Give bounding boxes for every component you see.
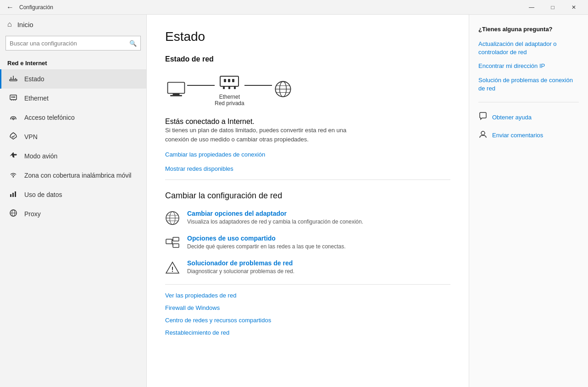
close-button[interactable]: ✕ <box>563 0 584 15</box>
sidebar-item-estado[interactable]: Estado <box>0 69 146 89</box>
link-centro-redes[interactable]: Centro de redes y recursos compartidos <box>165 317 450 324</box>
ethernet-box-icon <box>218 73 240 91</box>
connected-title: Estás conectado a Internet. <box>165 118 450 126</box>
sidebar-search-box[interactable]: 🔍 <box>6 36 141 50</box>
link-redes[interactable]: Mostrar redes disponibles <box>165 165 450 172</box>
separator1 <box>165 179 450 180</box>
link-propiedades[interactable]: Cambiar las propiedades de conexión <box>165 151 450 158</box>
adaptador-text: Cambiar opciones del adaptador Visualiza… <box>187 210 363 225</box>
solucionador-desc: Diagnosticar y solucionar problemas de r… <box>187 268 294 275</box>
sidebar-item-label-acceso: Acceso telefónico <box>24 114 75 121</box>
line2 <box>244 85 272 86</box>
solucionador-text: Solucionador de problemas de red Diagnos… <box>187 259 294 275</box>
device-icon-group <box>165 80 187 99</box>
app-body: ⌂ Inicio 🔍 Red e Internet Estado <box>0 15 588 387</box>
svg-rect-14 <box>173 93 180 95</box>
window-controls: — □ ✕ <box>521 0 584 15</box>
adaptador-desc: Visualiza los adaptadores de red y cambi… <box>187 219 363 225</box>
main-content: Estado Estado de red <box>147 15 469 387</box>
right-link-1[interactable]: Encontrar mi dirección IP <box>478 62 579 70</box>
chat-icon <box>478 112 488 123</box>
right-action-obtener[interactable]: Obtener ayuda <box>478 112 579 123</box>
svg-rect-21 <box>228 79 230 82</box>
svg-point-39 <box>481 131 485 135</box>
svg-rect-2 <box>11 96 12 98</box>
sidebar-item-uso-datos[interactable]: Uso de datos <box>0 185 146 204</box>
svg-rect-35 <box>173 244 179 247</box>
svg-rect-3 <box>13 96 14 98</box>
solucionador-title[interactable]: Solucionador de problemas de red <box>187 259 294 267</box>
app-title: Configuración <box>19 4 53 11</box>
right-panel: ¿Tienes alguna pregunta? Actualización d… <box>469 15 588 387</box>
svg-rect-33 <box>166 239 172 244</box>
setting-compartido: Opciones de uso compartido Decide qué qu… <box>165 235 450 250</box>
right-link-0[interactable]: Actualización del adaptador o controlado… <box>478 40 579 56</box>
uso-datos-icon <box>9 190 18 200</box>
svg-rect-13 <box>168 82 185 93</box>
network-status-title: Estado de red <box>165 55 450 63</box>
svg-rect-34 <box>173 237 179 241</box>
sidebar-section-label: Red e Internet <box>0 56 146 69</box>
modo-avion-icon <box>9 151 18 161</box>
sidebar-item-zona[interactable]: Zona con cobertura inalámbrica móvil <box>0 166 146 185</box>
svg-point-38 <box>172 271 173 272</box>
connected-sub: Si tienes un plan de datos limitado, pue… <box>165 126 358 144</box>
right-action-label-enviar[interactable]: Enviar comentarios <box>492 132 543 139</box>
zona-icon <box>9 170 18 180</box>
sidebar-item-label-zona: Zona con cobertura inalámbrica móvil <box>24 172 131 179</box>
ethernet-icon-group: Ethernet Red privada <box>215 73 244 107</box>
sidebar-item-label-vpn: VPN <box>24 133 38 140</box>
svg-rect-17 <box>223 86 225 89</box>
svg-point-6 <box>13 176 14 178</box>
sidebar-item-label-modo-avion: Modo avión <box>24 152 57 160</box>
right-action-label-obtener[interactable]: Obtener ayuda <box>492 114 532 121</box>
svg-rect-15 <box>170 95 182 96</box>
sidebar-item-proxy[interactable]: Proxy <box>0 204 146 224</box>
right-question: ¿Tienes alguna pregunta? <box>478 26 579 33</box>
back-button[interactable]: ← <box>4 1 17 14</box>
globe-icon-group <box>272 80 294 99</box>
sidebar-item-ethernet[interactable]: Ethernet <box>0 89 146 108</box>
vpn-icon <box>9 132 18 142</box>
adaptador-title[interactable]: Cambiar opciones del adaptador <box>187 210 363 217</box>
titlebar: ← Configuración — □ ✕ <box>0 0 588 15</box>
sidebar: ⌂ Inicio 🔍 Red e Internet Estado <box>0 15 147 387</box>
maximize-button[interactable]: □ <box>542 0 563 15</box>
setting-adaptador: Cambiar opciones del adaptador Visualiza… <box>165 210 450 225</box>
sidebar-item-modo-avion[interactable]: Modo avión <box>0 146 146 166</box>
search-input[interactable] <box>6 40 126 47</box>
svg-point-5 <box>13 119 14 120</box>
svg-rect-19 <box>234 86 236 89</box>
right-link-2[interactable]: Solución de problemas de conexión de red <box>478 76 579 93</box>
minimize-button[interactable]: — <box>521 0 542 15</box>
sidebar-item-label-proxy: Proxy <box>24 210 41 218</box>
acceso-icon <box>9 112 18 123</box>
home-label: Inicio <box>17 21 33 28</box>
link-firewall[interactable]: Firewall de Windows <box>165 304 450 311</box>
adaptador-icon <box>165 211 180 225</box>
sidebar-item-label-ethernet: Ethernet <box>24 95 49 102</box>
svg-rect-4 <box>14 96 15 98</box>
estado-icon <box>9 74 18 84</box>
svg-rect-0 <box>10 79 17 81</box>
separator2 <box>165 284 450 285</box>
setting-solucionador: Solucionador de problemas de red Diagnos… <box>165 259 450 275</box>
link-restablecimiento[interactable]: Restablecimiento de red <box>165 329 450 336</box>
compartido-title[interactable]: Opciones de uso compartido <box>187 235 346 242</box>
solucionador-icon <box>165 260 180 275</box>
svg-rect-22 <box>232 79 234 82</box>
link-propiedades-red[interactable]: Ver las propiedades de red <box>165 292 450 299</box>
proxy-icon <box>9 209 18 219</box>
right-divider <box>478 102 579 102</box>
right-action-enviar[interactable]: Enviar comentarios <box>478 129 579 141</box>
compartido-icon <box>165 236 180 250</box>
sidebar-item-acceso[interactable]: Acceso telefónico <box>0 108 146 127</box>
svg-rect-7 <box>10 194 11 197</box>
sidebar-item-vpn[interactable]: VPN <box>0 127 146 146</box>
home-icon: ⌂ <box>7 20 12 28</box>
svg-rect-20 <box>224 79 226 82</box>
sidebar-home[interactable]: ⌂ Inicio <box>0 15 146 34</box>
sidebar-item-label-estado: Estado <box>24 75 44 83</box>
svg-rect-9 <box>15 191 16 197</box>
compartido-text: Opciones de uso compartido Decide qué qu… <box>187 235 346 250</box>
